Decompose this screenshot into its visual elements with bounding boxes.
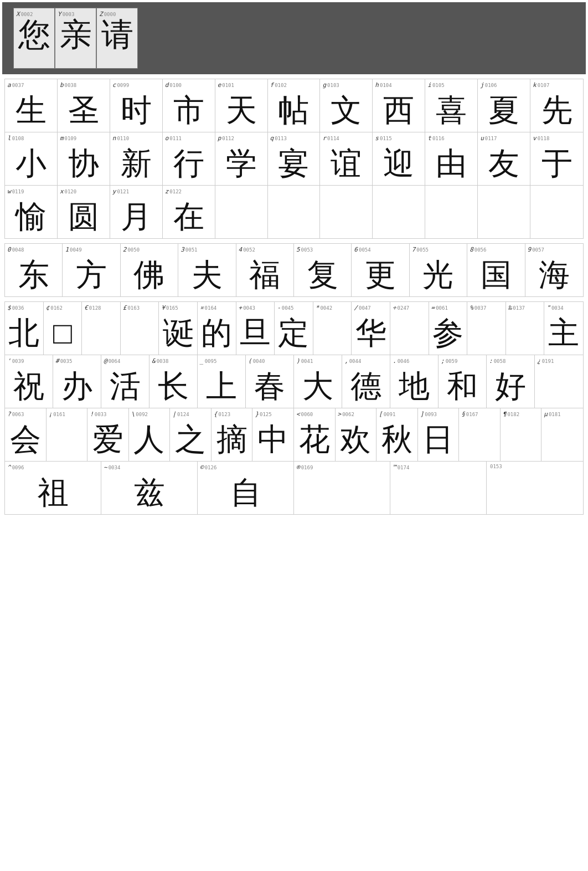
cell-code: 0050 [127,247,140,253]
cell-glyph: 国 [470,253,522,296]
cell-code-row: a 0037 [7,81,24,89]
cell-glyph: 祖 [7,471,99,514]
glyph-cell: i 0105 喜 [425,79,478,132]
glyph-cell [478,186,530,238]
cell-code: 0162 [50,305,63,311]
cell-letter: ® [296,464,300,471]
cell-code: 0100 [169,83,182,88]
glyph-cell: d 0100 市 [163,79,215,132]
glyph-cell: ! 0033 爱 [87,408,129,461]
cell-code: 0041 [301,358,313,364]
glyph-cell: 1 0049 方 [63,244,120,296]
glyph-cell: k 0107 先 [530,79,583,132]
cell-code: 0182 [507,412,519,417]
cell-letter: @ [104,357,107,365]
cell-glyph: 兹 [104,471,195,514]
cell-code-row: , 0044 [344,357,361,365]
cell-glyph: 光 [412,253,465,296]
cell-letter: [ [379,411,383,418]
cell-code: 0034 [551,305,564,311]
cell-letter: } [255,411,259,418]
cell-glyph: 新 [112,142,160,185]
cell-code: 0191 [542,358,554,364]
cell-letter: ! [90,411,94,418]
cell-code-row: - 0045 [277,304,293,311]
glyph-cell: u 0117 友 [478,132,530,185]
cell-letter: v [533,135,537,142]
cell-letter: 0 [7,246,11,253]
cell-code-row: z 0122 [165,188,182,195]
cell-code-row: $ 0036 [7,304,24,311]
cell-glyph: 之 [172,418,209,461]
glyph-cell: ) 0041 大 [294,355,342,408]
cell-glyph: 天 [218,89,265,132]
cell-glyph: 秋 [379,418,415,461]
cell-letter: 4 [239,246,243,253]
cell-letter: r [322,135,326,142]
cell-code-row: : 0058 [489,357,506,365]
glyph-cell: ~ 0034 兹 [101,462,198,514]
cell-letter: 6 [354,246,358,253]
cell-glyph: 喜 [427,89,475,132]
cell-code: 0107 [538,83,550,88]
cell-code: 0126 [205,465,217,470]
cell-glyph: 亲 [58,19,94,51]
cell-code: 0047 [359,305,371,311]
cell-letter: z [165,188,169,195]
cell-glyph: 办 [55,365,99,408]
cell-code: 0038 [157,358,169,364]
cell-letter: a [7,81,11,89]
cell-code-row: w 0119 [7,188,24,195]
cell-glyph: 于 [533,142,581,185]
cell-code: 0165 [166,305,178,311]
header-banner[interactable]: X 0002 您 Y 0003 亲 Z 0000 请 [2,2,586,74]
cell-code-row: \ 0092 [131,411,148,418]
cell-code-row: | 0124 [172,411,189,418]
cell-glyph [123,311,157,355]
glyph-cell [320,186,373,238]
glyph-cell: % 0037 [467,302,506,355]
cell-code: 0153 [490,464,502,469]
cell-code: 0115 [380,136,392,141]
cell-glyph: 地 [393,365,436,408]
glyph-row: w 0119 愉 x 0120 圆 y 0121 月 z 01 [5,186,583,238]
cell-letter: € [84,304,88,311]
cell-code: 0137 [513,305,525,311]
cell-letter: % [470,304,473,311]
cell-glyph [544,418,581,461]
glyph-cell: . 0046 地 [390,355,439,408]
cell-code: 0049 [70,247,82,253]
cell-letter: s [375,135,379,142]
cell-glyph [533,188,581,238]
header-char-cell: Y 0003 亲 [55,8,96,69]
cell-letter: h [375,81,379,89]
cell-code-row: m 0109 [60,135,76,142]
cell-code: 0000 [104,12,116,17]
cell-code: 0125 [260,412,272,417]
cell-glyph: 和 [441,365,484,408]
cell-code-row: p 0112 [218,135,234,142]
cell-letter: , [344,357,348,365]
cell-glyph [49,418,85,461]
glyph-cell: € 0128 [82,302,121,355]
cell-glyph: 行 [165,142,213,185]
cell-code: 0063 [12,412,24,417]
glyph-cell: ÷ 0247 [390,302,429,355]
cell-code: 0036 [12,305,24,311]
cell-letter: n [112,135,116,142]
cell-code: 0116 [432,136,445,141]
cell-code: 0064 [109,358,121,364]
cell-code: 0169 [301,465,313,470]
glyph-cell: ^ 0096 祖 [5,462,101,514]
cell-glyph [427,188,475,238]
page-wrapper: X 0002 您 Y 0003 亲 Z 0000 请 a 0037 生 [0,0,588,521]
cell-code: 0045 [282,305,294,311]
cell-code-row: / 0047 [354,304,370,311]
glyph-cell: µ 0181 [541,408,583,461]
glyph-cell: m 0109 协 [58,132,110,185]
cell-code-row: 5 0053 [296,246,313,253]
cell-code-row: 7 0055 [412,246,429,253]
cell-glyph: 好 [489,365,532,408]
cell-letter: 5 [296,246,300,253]
cell-letter: * [316,304,319,311]
